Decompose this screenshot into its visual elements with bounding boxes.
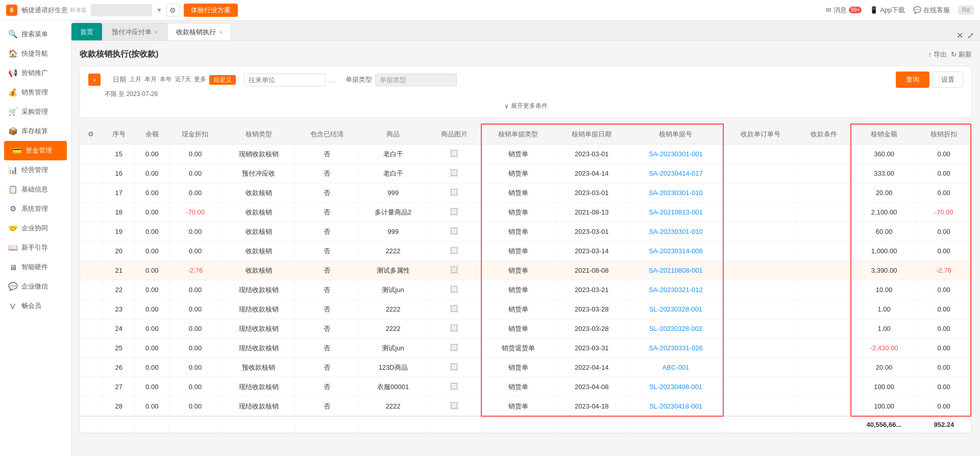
gear-button[interactable]: ⚙: [166, 4, 180, 17]
filter-expand-arrow[interactable]: »: [88, 74, 101, 86]
expand-tab-btn[interactable]: ⤢: [967, 31, 974, 40]
cell-include_settled: 否: [295, 261, 358, 280]
user-avatar[interactable]: Rit: [958, 6, 974, 15]
cell-writeoff_type: 现结收款核销: [222, 300, 296, 319]
doc-no-link[interactable]: SL-20230328-002: [649, 325, 702, 332]
cell-writeoff_amount: 1.00: [851, 300, 917, 319]
doc-no-link[interactable]: SA-20230314-008: [649, 247, 703, 255]
doc-no-link[interactable]: SA-20230414-017: [649, 170, 703, 177]
company-dropdown[interactable]: ▼: [156, 7, 162, 14]
doc-type-select[interactable]: 单据类型: [375, 74, 457, 86]
wechat-icon: 💬: [8, 282, 17, 291]
doc-no-link[interactable]: SL-20230328-001: [649, 305, 702, 313]
cell-settings: [80, 222, 102, 242]
sidebar-item-shortcut[interactable]: 🏠快捷导航: [0, 44, 71, 63]
cell-goods: 2222: [359, 397, 428, 417]
more-link[interactable]: 更多: [194, 75, 206, 85]
cell-goods_image: 🖼: [428, 397, 481, 417]
message-btn[interactable]: ✉ 消息 99+: [826, 6, 862, 15]
doc-no-link[interactable]: SA-20230301-010: [649, 189, 703, 197]
cell-balance: 0.00: [135, 164, 168, 183]
cell-receipt_order_no: [723, 339, 797, 358]
cell-writeoff_type: 收款核销: [222, 183, 296, 203]
setting-button[interactable]: 设置: [933, 71, 963, 88]
cell-goods_image: 🖼: [428, 339, 481, 358]
doc-no-link[interactable]: SA-20230301-001: [649, 150, 703, 158]
export-button[interactable]: ↑ 导出: [928, 50, 947, 59]
tab-label-home: 首页: [80, 28, 93, 37]
refresh-button[interactable]: ↻ 刷新: [951, 50, 972, 59]
cell-writeoff_discount: -2.76: [917, 261, 971, 280]
sidebar-item-guide[interactable]: 📖新手引导: [0, 238, 71, 257]
cell-goods_image: 🖼: [428, 319, 481, 339]
cell-settings: [80, 377, 102, 397]
online-service-btn[interactable]: 💬 在线客服: [913, 6, 950, 15]
col-header-receipt_order_no: 收款单订单号: [723, 124, 797, 145]
sidebar-item-purchase[interactable]: 🛒采购管理: [0, 102, 71, 122]
sidebar-item-search[interactable]: 🔍搜索菜单: [0, 25, 71, 44]
this-month-link[interactable]: 本月: [144, 75, 157, 85]
cell-goods: 衣服00001: [359, 377, 428, 397]
cell-receipt_cond: [797, 377, 851, 397]
cell-writeoff_type: 现结收款核销: [222, 397, 296, 417]
tab-close-writeoff[interactable]: ×: [219, 29, 222, 35]
table-row: 170.000.00收款核销否999🖼销货单2023-03-01SA-20230…: [80, 183, 971, 203]
cell-cash_discount: 0.00: [168, 145, 222, 164]
date-range-text: 不限 至 2023-07-26: [105, 90, 158, 98]
tab-close-prepay[interactable]: ×: [155, 29, 158, 35]
doc-no-link[interactable]: SA-20230301-010: [649, 228, 703, 235]
cell-receipt_cond: [797, 164, 851, 183]
total-cell-goods: [359, 416, 428, 433]
doc-no-link[interactable]: SA-20210813-001: [649, 208, 703, 216]
doc-no-link[interactable]: SL-20230418-001: [649, 402, 702, 410]
sidebar-item-hardware[interactable]: 🖥智能硬件: [0, 257, 71, 277]
cell-seq: 19: [102, 222, 135, 242]
custom-link[interactable]: 自定义: [209, 75, 236, 85]
sidebar-item-vip[interactable]: V畅会员: [0, 296, 71, 316]
cell-settings: [80, 242, 102, 261]
tab-home[interactable]: 首页: [71, 23, 102, 40]
doc-no-link[interactable]: ABC-001: [663, 364, 690, 371]
cell-balance: 0.00: [135, 222, 168, 242]
tab-writeoff[interactable]: 收款核销执行×: [167, 23, 231, 40]
table-row: 260.000.00预收款核销否123D商品🖼销货单2022-04-14ABC-…: [80, 358, 971, 377]
sidebar-item-wechat[interactable]: 💬企业微信: [0, 277, 71, 296]
sidebar-item-operations[interactable]: 📊经营管理: [0, 160, 71, 180]
trial-button[interactable]: 体验行业方案: [184, 4, 238, 17]
company-selector[interactable]: [91, 4, 152, 16]
main-table: ⚙序号余额现金折扣核销类型包含已结清商品商品图片核销单据类型核销单据日期核销单据…: [80, 124, 971, 433]
sidebar-item-inventory[interactable]: 📦库存核算: [0, 122, 71, 141]
close-tab-btn[interactable]: ✕: [957, 31, 963, 40]
expand-conditions-btn[interactable]: ∨ 展开更多条件: [88, 102, 963, 110]
cell-goods: 999: [359, 222, 428, 242]
from-unit-dots[interactable]: ...: [329, 76, 337, 84]
sidebar-item-system[interactable]: ⚙系统管理: [0, 199, 71, 219]
sidebar-item-capital[interactable]: 💳资金管理: [4, 141, 67, 160]
from-unit-input[interactable]: [244, 74, 326, 86]
cell-cash_discount: 0.00: [168, 280, 222, 300]
query-button[interactable]: 查询: [896, 71, 929, 88]
last-month-link[interactable]: 上月: [129, 75, 141, 85]
last7-link[interactable]: 近7天: [175, 75, 191, 85]
cell-receipt_cond: [797, 358, 851, 377]
cell-settings: [80, 261, 102, 280]
table-row: 240.000.00现结收款核销否2222🖼销货单2023-03-28SL-20…: [80, 319, 971, 339]
sidebar-item-basic[interactable]: 📋基础信息: [0, 180, 71, 199]
tab-prepay[interactable]: 预付冲应付单×: [103, 23, 166, 40]
sidebar-item-sales[interactable]: 💰销售管理: [0, 83, 71, 102]
cell-writeoff_discount: 0.00: [917, 358, 971, 377]
sidebar-label-inventory: 库存核算: [21, 127, 48, 136]
sidebar-item-marketing[interactable]: 📢营销推广: [0, 63, 71, 83]
doc-no-link[interactable]: SA-20230321-012: [649, 286, 703, 294]
doc-no-link[interactable]: SA-20230331-026: [649, 344, 703, 352]
sidebar-item-enterprise[interactable]: 🤝企业协同: [0, 219, 71, 238]
doc-no-link[interactable]: SA-20210808-001: [649, 267, 703, 274]
this-year-link[interactable]: 本年: [160, 75, 172, 85]
cell-receipt_cond: [797, 242, 851, 261]
cell-doc_no: SA-20230314-008: [628, 242, 723, 261]
app-download-btn[interactable]: 📱 App下载: [870, 6, 905, 15]
doc-no-link[interactable]: SL-20230408-001: [649, 383, 702, 391]
cell-doc_no: SA-20210808-001: [628, 261, 723, 280]
cell-doc_no: SL-20230418-001: [628, 397, 723, 417]
col-header-writeoff_type: 核销类型: [222, 124, 296, 145]
